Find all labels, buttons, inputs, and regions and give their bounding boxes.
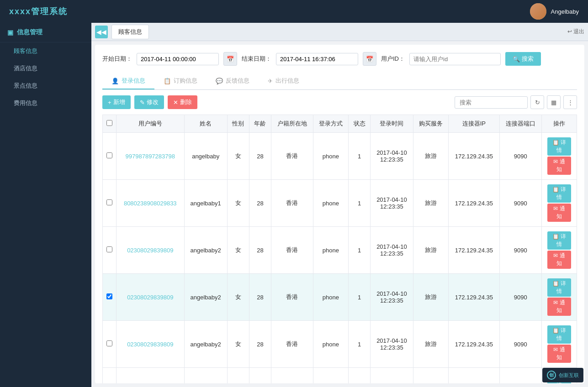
- cell-gender: 女: [227, 321, 249, 368]
- cell-connector-ip: 172.129.24.35: [448, 368, 499, 384]
- cell-login-time: 2017-04-10 12:23:35: [371, 368, 413, 384]
- toolbar: + 新增 ✎ 修改 ✕ 删除 ↻ ▦: [102, 95, 577, 109]
- cell-login-time: 2017-04-10 12:23:35: [371, 133, 413, 180]
- col-login-time: 登录时间: [371, 115, 413, 133]
- sidebar-item-scenic-label: 景点信息: [14, 82, 37, 89]
- cell-name: angelbaby2: [184, 274, 227, 321]
- end-date-input[interactable]: [276, 53, 358, 65]
- table-row: 997987897283798 angelbaby 女 28 香港 phone …: [103, 133, 577, 180]
- row-checkbox-cell: [103, 274, 117, 321]
- cell-service: 旅游: [413, 321, 448, 368]
- row-checkbox[interactable]: [106, 199, 112, 205]
- col-location: 户籍所在地: [271, 115, 313, 133]
- cell-status: 1: [349, 274, 371, 321]
- columns-btn[interactable]: ⋮: [563, 95, 577, 109]
- cell-service: 旅游: [413, 180, 448, 227]
- table-row: 02308029839809 angelbaby2 女 28 香港 phone …: [103, 321, 577, 368]
- user-id-link[interactable]: 02308029839809: [127, 294, 173, 301]
- start-date-calendar-btn[interactable]: 📅: [223, 52, 237, 66]
- sidebar-item-hotel-label: 酒店信息: [14, 65, 37, 72]
- select-all-checkbox[interactable]: [106, 120, 112, 126]
- row-checkbox[interactable]: [106, 340, 112, 346]
- cell-login-method: phone: [313, 274, 348, 321]
- grid-view-btn[interactable]: ▦: [547, 95, 561, 109]
- notify-btn[interactable]: ✉ 通知: [547, 157, 571, 175]
- tab-label: 顾客信息: [118, 28, 142, 35]
- cell-status: 1: [349, 180, 371, 227]
- end-date-label: 结束日期：: [242, 55, 271, 63]
- columns-icon: ⋮: [567, 99, 573, 106]
- logout-label: 退出: [573, 28, 584, 35]
- add-button[interactable]: + 新增: [102, 95, 131, 109]
- edit-button[interactable]: ✎ 修改: [134, 95, 164, 109]
- detail-btn[interactable]: 📋 详情: [547, 184, 571, 203]
- sidebar-item-scenic[interactable]: 景点信息: [0, 77, 91, 94]
- cell-gender: 女: [227, 180, 249, 227]
- cell-location: 香港: [271, 321, 313, 368]
- cell-status: 1: [349, 321, 371, 368]
- detail-btn[interactable]: 📋 详情: [547, 231, 571, 250]
- start-date-input[interactable]: [137, 53, 219, 65]
- table-search-input[interactable]: [455, 96, 528, 109]
- cell-location: 香港: [271, 227, 313, 274]
- user-id-input[interactable]: [409, 53, 501, 65]
- cell-location: 香港: [271, 133, 313, 180]
- sidebar-item-hotel[interactable]: 酒店信息: [0, 60, 91, 77]
- notify-btn[interactable]: ✉ 通知: [547, 251, 571, 269]
- sidebar-item-customer-label: 顾客信息: [14, 47, 37, 54]
- table-row: 8080238908029833 angelbaby1 女 28 香港 phon…: [103, 180, 577, 227]
- row-checkbox-cell: [103, 321, 117, 368]
- cell-location: 香港: [271, 180, 313, 227]
- tab-login-icon: 👤: [111, 78, 119, 84]
- user-id-link[interactable]: 02308029839809: [127, 247, 173, 254]
- cell-service: 旅游: [413, 274, 448, 321]
- tab-login-info[interactable]: 👤 登录信息: [102, 73, 154, 89]
- sidebar-item-customer[interactable]: 顾客信息: [0, 42, 91, 60]
- sidebar-item-cost[interactable]: 费用信息: [0, 94, 91, 112]
- tab-travel-info: ✈ 出行信息: [259, 73, 308, 89]
- cell-age: 28: [249, 321, 271, 368]
- user-id-link[interactable]: 8080238908029833: [124, 200, 177, 207]
- sidebar-section-icon: ▣: [7, 29, 13, 36]
- collapse-btn[interactable]: ◀◀: [95, 26, 108, 38]
- notify-btn[interactable]: ✉ 通知: [547, 345, 571, 363]
- notify-btn[interactable]: ✉ 通知: [547, 298, 571, 316]
- cell-age: 28: [249, 368, 271, 384]
- cell-user-id: 997987897283798: [117, 133, 185, 180]
- add-icon: +: [108, 99, 111, 106]
- cell-connector-port: 9090: [499, 321, 541, 368]
- search-button[interactable]: 🔍 搜索: [505, 52, 541, 66]
- tab-bar: ◀◀ 顾客信息 ↩ 退出: [91, 23, 588, 41]
- cell-login-time: 2017-04-10 12:23:35: [371, 227, 413, 274]
- row-checkbox[interactable]: [106, 293, 112, 299]
- col-age: 年龄: [249, 115, 271, 133]
- cell-service: 旅游: [413, 368, 448, 384]
- table-row: 02308029839809 angelbaby2 女 28 香港 phone …: [103, 274, 577, 321]
- cell-age: 28: [249, 274, 271, 321]
- cell-connector-port: 9090: [499, 368, 541, 384]
- cell-status: 1: [349, 368, 371, 384]
- user-id-link[interactable]: 997987897283798: [126, 153, 175, 160]
- notify-btn[interactable]: ✉ 通知: [547, 204, 571, 222]
- row-checkbox[interactable]: [106, 152, 112, 158]
- row-checkbox[interactable]: [106, 246, 112, 252]
- edit-label: 修改: [147, 98, 159, 106]
- logout-btn[interactable]: ↩ 退出: [567, 28, 584, 36]
- user-id-link[interactable]: 02308029839809: [127, 341, 173, 348]
- refresh-btn[interactable]: ↻: [530, 95, 544, 109]
- cell-location: 香港: [271, 368, 313, 384]
- cell-gender: 女: [227, 368, 249, 384]
- detail-btn[interactable]: 📋 详情: [547, 137, 571, 156]
- tab-customer-info[interactable]: 顾客信息: [111, 25, 149, 39]
- cell-age: 28: [249, 133, 271, 180]
- cell-user-id: 02308029839809: [117, 368, 185, 384]
- add-label: 新增: [113, 98, 125, 106]
- end-date-calendar-btn[interactable]: 📅: [363, 52, 376, 66]
- cell-connector-ip: 172.129.24.35: [448, 180, 499, 227]
- detail-btn[interactable]: 📋 详情: [547, 325, 571, 344]
- delete-button[interactable]: ✕ 删除: [168, 95, 197, 109]
- search-btn-label: 搜索: [522, 55, 534, 63]
- row-checkbox-cell: [103, 227, 117, 274]
- cell-connector-ip: 172.129.24.35: [448, 274, 499, 321]
- detail-btn[interactable]: 📋 详情: [547, 278, 571, 297]
